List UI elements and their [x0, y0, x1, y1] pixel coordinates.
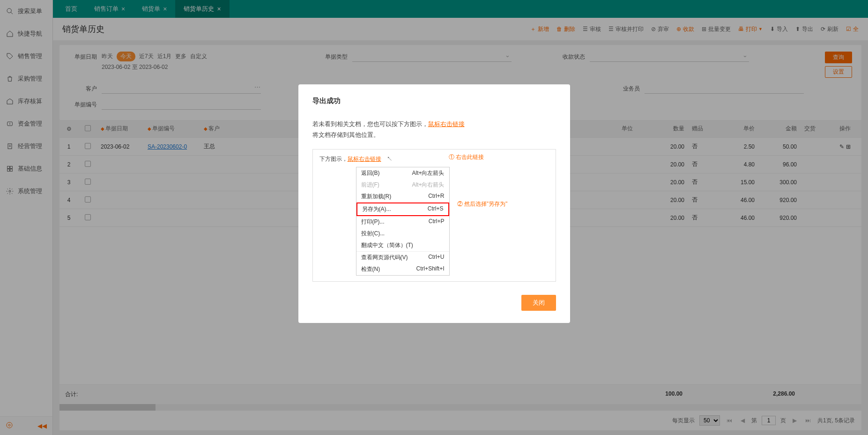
modal-title: 导出成功: [312, 97, 556, 105]
context-menu-item: 打印(P)...Ctrl+P: [356, 216, 449, 228]
context-menu-item: 翻成中文（简体）(T): [356, 240, 449, 251]
context-menu-item: 投射(C)...: [356, 228, 449, 240]
modal-instruction-image: ① 右击此链接 ② 然后选择"另存为" 下方图示，鼠标右击链接 ↖ 返回(B)A…: [312, 149, 556, 282]
export-success-modal: 导出成功 若未看到相关文档，您也可以按下方图示，鼠标右击链接 将文档存储到其他位…: [298, 84, 570, 323]
context-menu-item: 检查(N)Ctrl+Shift+I: [356, 263, 449, 275]
annotation-2: ② 然后选择"另存为": [457, 200, 508, 208]
annotation-1: ① 右击此链接: [449, 153, 484, 161]
modal-overlay[interactable]: 导出成功 若未看到相关文档，您也可以按下方图示，鼠标右击链接 将文档存储到其他位…: [0, 0, 868, 435]
modal-description: 若未看到相关文档，您也可以按下方图示，鼠标右击链接 将文档存储到其他位置。: [312, 119, 556, 141]
context-menu-item: 返回(B)Alt+向左箭头: [356, 167, 449, 179]
context-menu-item: 查看网页源代码(V)Ctrl+U: [356, 251, 449, 263]
context-menu-illustration: 返回(B)Alt+向左箭头前进(F)Alt+向右箭头重新加载(R)Ctrl+R另…: [356, 167, 450, 276]
context-menu-item: 重新加载(R)Ctrl+R: [356, 191, 449, 202]
cursor-icon: ↖: [387, 156, 393, 162]
context-menu-item: 另存为(A)...Ctrl+S: [356, 202, 449, 216]
context-menu-item: 前进(F)Alt+向右箭头: [356, 179, 449, 191]
right-click-link[interactable]: 鼠标右击链接: [428, 120, 465, 128]
close-button[interactable]: 关闭: [521, 295, 556, 311]
